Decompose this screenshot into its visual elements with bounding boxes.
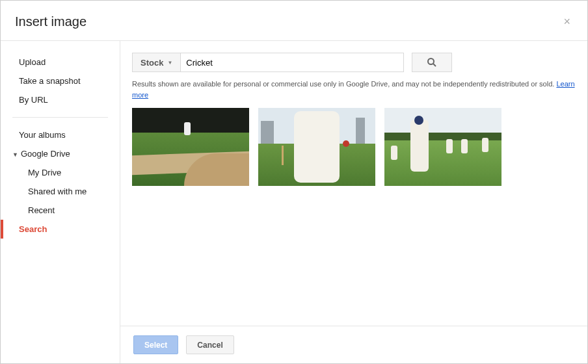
sidebar-item-drive[interactable]: ▼Google Drive: [1, 144, 120, 163]
sidebar-item-albums[interactable]: Your albums: [1, 125, 120, 144]
sidebar-item-recent[interactable]: Recent: [1, 201, 120, 220]
cancel-button[interactable]: Cancel: [186, 335, 234, 354]
svg-line-1: [433, 64, 436, 66]
stock-label: Stock: [140, 58, 163, 68]
search-row: Stock ▼: [120, 41, 587, 79]
stock-dropdown[interactable]: Stock ▼: [132, 53, 180, 72]
sidebar: Upload Take a snapshot By URL Your album…: [1, 41, 120, 363]
sidebar-item-mydrive[interactable]: My Drive: [1, 163, 120, 182]
search-input[interactable]: [180, 53, 404, 72]
svg-point-0: [428, 58, 434, 64]
notice-text: Results shown are available for personal…: [132, 80, 556, 88]
sidebar-divider: [12, 117, 108, 118]
main-panel: Stock ▼ Results shown are available for …: [120, 41, 587, 363]
close-icon: ×: [563, 15, 570, 28]
spacer: [120, 186, 587, 326]
sidebar-drive-label: Google Drive: [21, 149, 70, 159]
select-button[interactable]: Select: [133, 335, 178, 354]
dialog-body: Upload Take a snapshot By URL Your album…: [1, 41, 587, 363]
dialog-footer: Select Cancel: [120, 326, 587, 363]
search-button[interactable]: [412, 53, 452, 72]
insert-image-dialog: Insert image × Upload Take a snapshot By…: [0, 0, 588, 364]
dialog-header: Insert image ×: [1, 1, 587, 41]
search-input-group: Stock ▼: [132, 53, 404, 72]
sidebar-item-search[interactable]: Search: [1, 220, 120, 239]
sidebar-item-shared[interactable]: Shared with me: [1, 182, 120, 201]
result-thumbnail[interactable]: [132, 108, 249, 186]
caret-down-icon: ▼: [167, 60, 172, 66]
search-icon: [427, 57, 437, 68]
sidebar-item-byurl[interactable]: By URL: [1, 90, 120, 109]
results-grid: [120, 108, 587, 186]
close-button[interactable]: ×: [561, 12, 573, 31]
results-notice: Results shown are available for personal…: [120, 79, 587, 108]
sidebar-item-upload[interactable]: Upload: [1, 53, 120, 72]
caret-down-icon: ▼: [12, 151, 18, 158]
dialog-title: Insert image: [15, 14, 87, 29]
result-thumbnail[interactable]: [258, 108, 375, 186]
result-thumbnail[interactable]: [384, 108, 501, 186]
sidebar-item-snapshot[interactable]: Take a snapshot: [1, 72, 120, 90]
